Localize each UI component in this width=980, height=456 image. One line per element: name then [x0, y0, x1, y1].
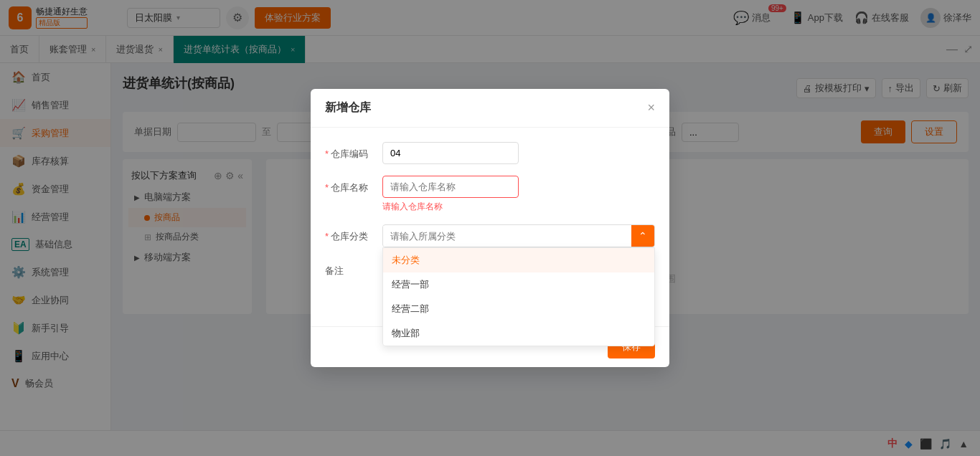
dropdown-list: 未分类 经营一部 经营二部 物业部	[382, 247, 655, 346]
dropdown-input-wrap: ⌃	[382, 224, 655, 247]
warehouse-name-input[interactable]	[382, 176, 519, 198]
modal-header: 新增仓库 ×	[311, 89, 669, 128]
dropdown-option-2[interactable]: 经营二部	[383, 297, 654, 321]
warehouse-name-wrap: 请输入仓库名称	[382, 176, 655, 213]
modal-close-button[interactable]: ×	[647, 100, 655, 115]
form-row-name: 仓库名称 请输入仓库名称	[325, 176, 655, 213]
dropdown-arrow-button[interactable]: ⌃	[631, 225, 654, 247]
dropdown-option-3[interactable]: 物业部	[383, 321, 654, 346]
warehouse-category-label: 仓库分类	[325, 224, 382, 243]
dropdown-option-1[interactable]: 经营一部	[383, 272, 654, 297]
modal-title: 新增仓库	[325, 100, 371, 115]
warehouse-category-input[interactable]	[383, 226, 631, 247]
dropdown-option-0[interactable]: 未分类	[383, 248, 654, 272]
warehouse-name-label: 仓库名称	[325, 176, 382, 194]
warehouse-code-label: 仓库编码	[325, 142, 382, 161]
warehouse-code-input[interactable]	[382, 142, 519, 164]
new-warehouse-modal: 新增仓库 × 仓库编码 仓库名称 请输入仓库名称 仓库分类	[311, 89, 669, 367]
notes-label: 备注	[325, 259, 382, 277]
form-row-code: 仓库编码	[325, 142, 655, 164]
modal-overlay[interactable]: 新增仓库 × 仓库编码 仓库名称 请输入仓库名称 仓库分类	[0, 0, 980, 456]
warehouse-name-error: 请输入仓库名称	[382, 201, 655, 213]
modal-body: 仓库编码 仓库名称 请输入仓库名称 仓库分类 ⌃	[311, 128, 669, 326]
warehouse-category-dropdown: ⌃ 未分类 经营一部 经营二部 物业部	[382, 224, 655, 247]
warehouse-code-wrap	[382, 142, 655, 164]
form-row-category: 仓库分类 ⌃ 未分类 经营一部 经营二部 物业部	[325, 224, 655, 247]
